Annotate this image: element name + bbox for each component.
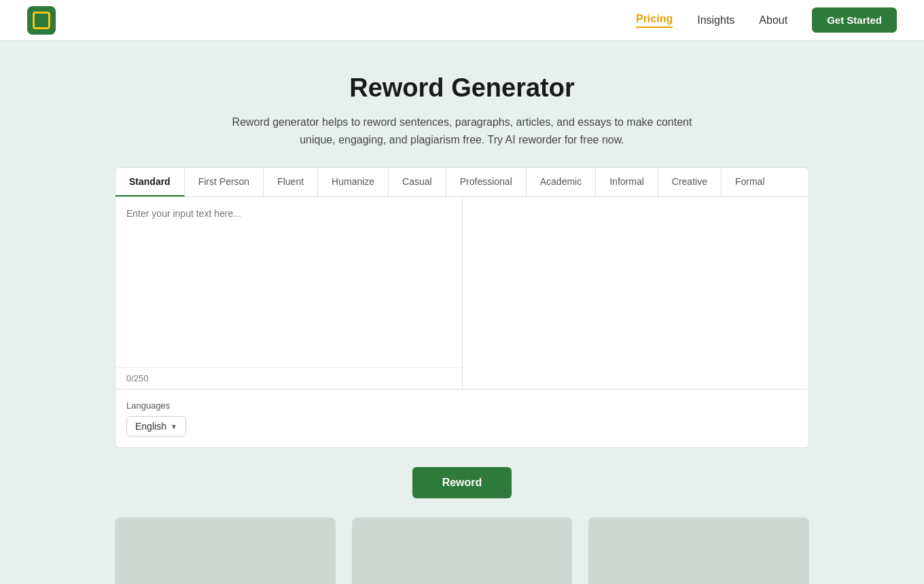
tabs-bar: Standard First Person Fluent Humanize Ca… bbox=[115, 167, 809, 196]
logo-container bbox=[27, 6, 56, 35]
tab-formal[interactable]: Formal bbox=[722, 168, 779, 196]
bottom-card-3 bbox=[588, 517, 809, 584]
nav-insights[interactable]: Insights bbox=[697, 14, 734, 27]
text-areas: 0/250 bbox=[115, 196, 809, 390]
reword-section: Reword bbox=[0, 467, 924, 498]
input-textarea[interactable] bbox=[116, 197, 462, 367]
bottom-card-2 bbox=[352, 517, 573, 584]
tab-creative[interactable]: Creative bbox=[658, 168, 722, 196]
chevron-down-icon: ▼ bbox=[171, 423, 177, 430]
navbar: Pricing Insights About Get Started bbox=[0, 0, 924, 41]
tab-informal[interactable]: Informal bbox=[596, 168, 658, 196]
hero-section: Reword Generator Reword generator helps … bbox=[0, 41, 924, 167]
tool-container: Standard First Person Fluent Humanize Ca… bbox=[58, 167, 866, 448]
hero-description: Reword generator helps to reword sentenc… bbox=[224, 114, 700, 148]
input-panel: 0/250 bbox=[116, 197, 463, 389]
nav-pricing[interactable]: Pricing bbox=[636, 13, 673, 28]
tab-humanize[interactable]: Humanize bbox=[318, 168, 389, 196]
output-panel bbox=[463, 197, 809, 389]
output-area bbox=[463, 197, 809, 389]
bottom-card-1 bbox=[115, 517, 336, 584]
tab-academic[interactable]: Academic bbox=[527, 168, 596, 196]
page-title: Reword Generator bbox=[14, 73, 910, 103]
nav-about[interactable]: About bbox=[759, 14, 787, 27]
logo-icon[interactable] bbox=[27, 6, 56, 35]
nav-links: Pricing Insights About Get Started bbox=[636, 7, 897, 33]
get-started-button[interactable]: Get Started bbox=[812, 7, 897, 33]
languages-label: Languages bbox=[126, 400, 798, 411]
tab-fluent[interactable]: Fluent bbox=[264, 168, 318, 196]
char-count: 0/250 bbox=[116, 367, 462, 389]
logo-inner-shape bbox=[33, 12, 50, 29]
bottom-cards bbox=[58, 517, 866, 584]
language-dropdown[interactable]: English ▼ bbox=[126, 416, 186, 436]
tab-casual[interactable]: Casual bbox=[389, 168, 446, 196]
selected-language: English bbox=[135, 421, 166, 432]
tab-standard[interactable]: Standard bbox=[116, 168, 185, 196]
tab-professional[interactable]: Professional bbox=[446, 168, 527, 196]
languages-section: Languages English ▼ bbox=[115, 390, 809, 448]
tab-first-person[interactable]: First Person bbox=[185, 168, 264, 196]
reword-button[interactable]: Reword bbox=[412, 467, 512, 498]
